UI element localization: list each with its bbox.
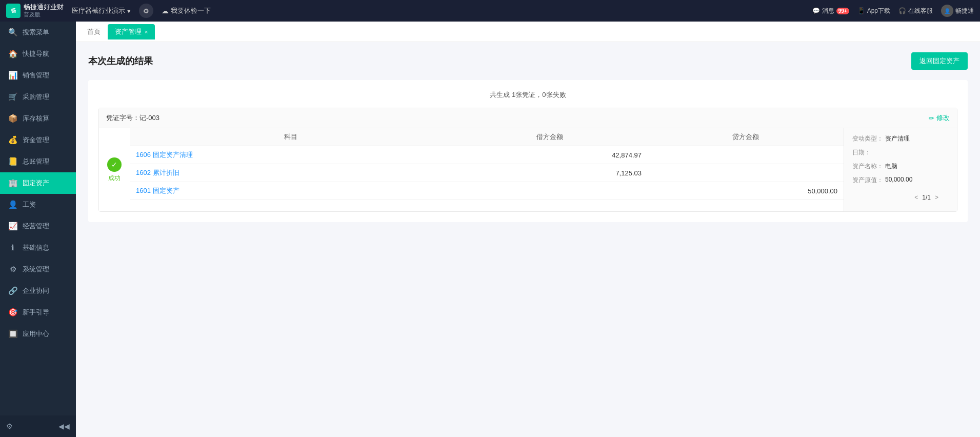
sidebar-label-inventory: 库存核算 xyxy=(23,114,49,123)
basic-info-icon: ℹ xyxy=(8,243,17,252)
top-header: 畅 畅捷通好业财 普及版 医疗器械行业演示 ▾ ⚙ ☁ 我要体验一下 💬 消息 … xyxy=(0,0,980,22)
sidebar-item-sales[interactable]: 📊 销售管理 xyxy=(0,65,76,86)
sidebar-item-enterprise[interactable]: 🔗 企业协同 xyxy=(0,280,76,302)
asset-name-value: 电脑 xyxy=(885,162,897,171)
dropdown-icon: ▾ xyxy=(127,7,131,15)
content-area: 首页 资产管理 × 本次生成的结果 返回固定资产 共生成 1张凭证，0张失败 xyxy=(76,22,980,437)
sidebar-label-sales: 销售管理 xyxy=(23,71,49,80)
user-area[interactable]: 👤 畅捷通 xyxy=(941,5,974,17)
edit-icon: ✏ xyxy=(929,114,934,122)
debit-cell: 7,125.03 xyxy=(452,164,648,182)
date-row: 日期： xyxy=(852,148,949,157)
voucher-id: 凭证字号：记-003 xyxy=(106,113,159,123)
payroll-icon: 👤 xyxy=(8,200,17,209)
result-panel: 共生成 1张凭证，0张失败 凭证字号：记-003 ✏ 修改 xyxy=(88,80,968,222)
edit-button[interactable]: ✏ 修改 xyxy=(929,113,950,123)
change-type-row: 变动类型： 资产清理 xyxy=(852,134,949,143)
sidebar-item-finance[interactable]: 💰 资金管理 xyxy=(0,129,76,151)
message-button[interactable]: 💬 消息 99+ xyxy=(812,7,849,15)
ledger-icon: 📒 xyxy=(8,157,17,166)
sales-icon: 📊 xyxy=(8,71,17,80)
sidebar-item-operations[interactable]: 📈 经营管理 xyxy=(0,215,76,237)
table-row: 1601 固定资产 50,000.00 xyxy=(130,182,844,200)
sidebar-item-app-center[interactable]: 🔲 应用中心 xyxy=(0,323,76,345)
result-summary: 共生成 1张凭证，0张失败 xyxy=(98,90,957,100)
debit-cell xyxy=(452,182,648,200)
credit-cell: 50,000.00 xyxy=(648,182,844,200)
sidebar-item-basic-info[interactable]: ℹ 基础信息 xyxy=(0,237,76,259)
sidebar-item-inventory[interactable]: 📦 库存核算 xyxy=(0,108,76,129)
page-title-row: 本次生成的结果 返回固定资产 xyxy=(88,52,968,70)
voucher-table-area: 科目 借方金额 贷方金额 1606 固定资产清理 42,874.97 1602 … xyxy=(130,128,844,211)
tab-asset-mgmt[interactable]: 资产管理 × xyxy=(108,24,155,39)
sidebar-label-system: 系统管理 xyxy=(23,265,49,274)
voucher-header: 凭证字号：记-003 ✏ 修改 xyxy=(99,108,957,128)
status-col: ✓ 成功 xyxy=(99,128,130,211)
col-credit: 贷方金额 xyxy=(648,128,844,146)
header-settings-button[interactable]: ⚙ xyxy=(139,4,153,18)
app-download-button[interactable]: 📱 App下载 xyxy=(857,7,890,15)
sidebar-item-fixed-assets[interactable]: 🏢 固定资产 xyxy=(0,172,76,194)
sidebar-label-finance: 资金管理 xyxy=(23,135,49,145)
operations-icon: 📈 xyxy=(8,222,17,231)
experience-label: 我要体验一下 xyxy=(171,6,211,15)
sidebar-item-system[interactable]: ⚙ 系统管理 xyxy=(0,259,76,280)
next-page[interactable]: > xyxy=(935,194,938,201)
fixed-assets-icon: 🏢 xyxy=(8,178,17,188)
avatar: 👤 xyxy=(941,5,953,17)
sidebar-label-operations: 经营管理 xyxy=(23,222,49,231)
company-selector[interactable]: 医疗器械行业演示 ▾ xyxy=(68,4,135,17)
sidebar-item-search[interactable]: 🔍 搜索菜单 xyxy=(0,22,76,43)
message-badge: 99+ xyxy=(836,8,849,14)
logo-area: 畅 畅捷通好业财 普及版 xyxy=(6,3,64,19)
asset-name-row: 资产名称： 电脑 xyxy=(852,162,949,171)
inventory-icon: 📦 xyxy=(8,114,17,123)
col-subject: 科目 xyxy=(130,128,452,146)
message-icon: 💬 xyxy=(812,7,820,14)
return-button[interactable]: 返回固定资产 xyxy=(911,52,968,70)
sidebar-item-purchase[interactable]: 🛒 采购管理 xyxy=(0,86,76,108)
subject-cell: 1602 累计折旧 xyxy=(130,164,452,182)
sidebar-label-ledger: 总账管理 xyxy=(23,157,49,166)
prev-page[interactable]: < xyxy=(914,194,918,201)
col-debit: 借方金额 xyxy=(452,128,648,146)
asset-name-label: 资产名称： xyxy=(852,162,885,171)
tab-home-label: 首页 xyxy=(87,27,101,36)
sidebar-label-search: 搜索菜单 xyxy=(23,28,49,37)
page-title: 本次生成的结果 xyxy=(88,55,153,67)
pagination: < 1/1 > xyxy=(852,190,949,205)
online-service-button[interactable]: 🎧 在线客服 xyxy=(898,7,933,15)
headset-icon: 🎧 xyxy=(898,7,906,14)
voucher-section: 凭证字号：记-003 ✏ 修改 ✓ 成功 xyxy=(98,108,957,212)
enterprise-icon: 🔗 xyxy=(8,286,17,295)
sidebar-scroll: 🔍 搜索菜单 🏠 快捷导航 📊 销售管理 🛒 采购管理 📦 库存核算 💰 资金管… xyxy=(0,22,76,415)
sidebar-item-guide[interactable]: 🎯 新手引导 xyxy=(0,302,76,323)
table-row: 1606 固定资产清理 42,874.97 xyxy=(130,146,844,164)
app-download-label: App下载 xyxy=(867,7,890,15)
tab-home[interactable]: 首页 xyxy=(82,24,106,39)
sidebar-settings-icon[interactable]: ⚙ xyxy=(6,422,13,430)
online-service-label: 在线客服 xyxy=(908,7,933,15)
change-type-label: 变动类型： xyxy=(852,134,885,143)
tab-bar: 首页 资产管理 × xyxy=(76,22,980,42)
sidebar-item-payroll[interactable]: 👤 工资 xyxy=(0,194,76,215)
sidebar-item-ledger[interactable]: 📒 总账管理 xyxy=(0,151,76,172)
original-value-label: 资产原值： xyxy=(852,176,885,185)
sidebar-toggle-button[interactable]: ◀◀ xyxy=(58,422,70,430)
original-value-value: 50,000.00 xyxy=(885,176,912,185)
sidebar-label-basic-info: 基础信息 xyxy=(23,243,49,252)
original-value-row: 资产原值： 50,000.00 xyxy=(852,176,949,185)
sidebar: 🔍 搜索菜单 🏠 快捷导航 📊 销售管理 🛒 采购管理 📦 库存核算 💰 资金管… xyxy=(0,22,76,437)
table-row: 1602 累计折旧 7,125.03 xyxy=(130,164,844,182)
gear-icon: ⚙ xyxy=(143,7,149,15)
avatar-icon: 👤 xyxy=(944,8,950,14)
tab-close-icon[interactable]: × xyxy=(145,29,148,35)
experience-button[interactable]: ☁ 我要体验一下 xyxy=(157,4,215,17)
debit-cell: 42,874.97 xyxy=(452,146,648,164)
sidebar-item-quick-nav[interactable]: 🏠 快捷导航 xyxy=(0,43,76,65)
logo-text: 畅捷通好业财 xyxy=(24,3,64,11)
cloud-icon: ☁ xyxy=(162,7,169,15)
subject-cell: 1606 固定资产清理 xyxy=(130,146,452,164)
app-center-icon: 🔲 xyxy=(8,329,17,339)
credit-cell xyxy=(648,164,844,182)
